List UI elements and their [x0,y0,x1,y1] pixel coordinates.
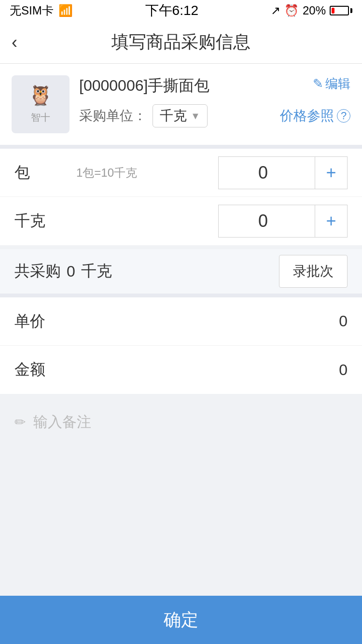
location-icon: ↗ [271,4,280,17]
amount-row: 金额 0 [0,346,362,394]
kg-qty-wrap: + [218,205,348,238]
amount-value: 0 [339,361,348,379]
unit-price-label: 单价 [14,311,45,332]
total-row: 共采购 0 千克 录批次 [0,249,362,297]
price-ref-label: 价格参照 [280,107,334,125]
alarm-icon: ⏰ [284,4,299,17]
price-section: 单价 0 金额 0 [0,297,362,394]
confirm-button[interactable]: 确定 [0,596,362,644]
total-unit: 千克 [81,261,112,282]
product-card: 🦉 智十 [0000006]手撕面包 ✎ 编辑 采购单位： 千克 ▼ [0,64,362,149]
price-ref-icon: ? [337,109,350,123]
page-title: 填写商品采购信息 [111,30,251,54]
edit-icon: ✎ [313,76,323,91]
wifi-icon: 📶 [58,4,73,17]
kg-plus-button[interactable]: + [315,205,348,238]
back-button[interactable]: ‹ [12,32,17,53]
bag-input-row: 包 1包=10千克 + [0,149,362,197]
dropdown-arrow: ▼ [191,111,200,122]
carrier-label: 无SIM卡 [10,3,54,18]
total-amount: 0 [67,263,75,280]
pencil-icon: ✏ [14,414,26,430]
purchase-unit: 采购单位： 千克 ▼ [79,104,208,127]
status-left: 无SIM卡 📶 [10,3,73,18]
nav-bar: ‹ 填写商品采购信息 [0,21,362,64]
product-logo-icon: 🦉 [28,84,53,107]
status-right: ↗ ⏰ 20% [271,4,352,17]
product-name: [0000006]手撕面包 [79,75,209,97]
edit-label: 编辑 [325,75,350,92]
product-image: 🦉 智十 [12,75,70,133]
product-logo-label: 智十 [31,112,50,123]
kg-input-row: 千克 + [0,197,362,245]
battery-indicator [330,6,352,15]
price-reference[interactable]: 价格参照 ? [280,107,350,125]
status-bar: 无SIM卡 📶 下午6:12 ↗ ⏰ 20% [0,0,362,21]
bag-plus-button[interactable]: + [315,156,348,189]
unit-value: 千克 [160,107,187,125]
confirm-label: 确定 [164,608,198,632]
notes-placeholder: 输入备注 [33,412,91,432]
status-time: 下午6:12 [145,1,199,20]
bag-qty-input[interactable] [218,156,315,189]
purchase-unit-label: 采购单位： [79,107,147,125]
unit-dropdown[interactable]: 千克 ▼ [153,104,208,127]
batch-button[interactable]: 录批次 [279,255,348,288]
unit-price-row: 单价 0 [0,297,362,346]
notes-input-area[interactable]: ✏ 输入备注 [14,412,348,432]
quantity-section: 包 1包=10千克 + 千克 + [0,149,362,245]
amount-label: 金额 [14,359,45,380]
bag-sublabel: 1包=10千克 [76,165,137,181]
kg-qty-input[interactable] [218,205,315,238]
notes-section: ✏ 输入备注 [0,398,362,456]
total-prefix: 共采购 [14,261,61,282]
edit-button[interactable]: ✎ 编辑 [313,75,350,92]
kg-label: 千克 [14,210,72,232]
unit-price-value: 0 [339,312,348,330]
product-info: [0000006]手撕面包 ✎ 编辑 采购单位： 千克 ▼ 价格参照 ? [79,75,350,127]
battery-label: 20% [303,4,326,17]
bag-label: 包 [14,162,72,183]
bag-qty-wrap: + [218,156,348,189]
